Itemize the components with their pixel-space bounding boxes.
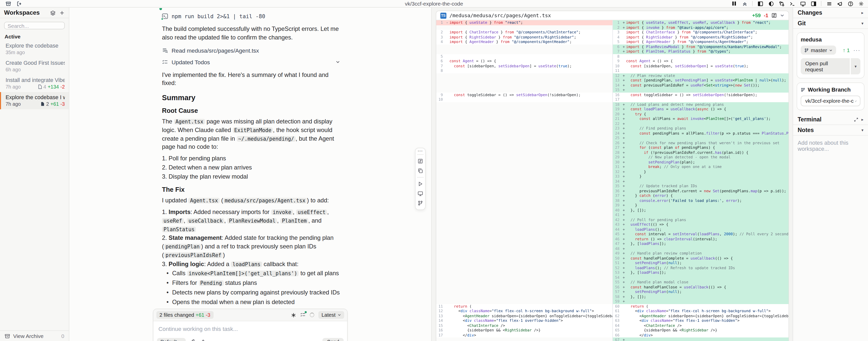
git-label: Git: [798, 20, 858, 26]
attach-icon[interactable]: [190, 339, 196, 341]
spark-icon[interactable]: [291, 312, 296, 317]
help-icon[interactable]: [847, 1, 853, 7]
settings-gear-icon[interactable]: [858, 1, 864, 7]
diff-row: [436, 251, 612, 256]
diff-code: {sidebarOpen && <RightSidebar />}: [450, 328, 612, 333]
megaphone-icon[interactable]: [837, 1, 843, 7]
diff-row: 12+ // Plan review state: [613, 73, 788, 78]
section-terminal[interactable]: Terminal ▸: [793, 114, 868, 125]
diff-line-number: 5: [436, 54, 445, 59]
panel-right-icon[interactable]: [810, 1, 816, 7]
drag-handle[interactable]: •••: [418, 150, 423, 153]
diff-line-number: 42: [613, 217, 622, 222]
diff-marker: +: [622, 44, 626, 49]
monitor-icon[interactable]: [417, 190, 424, 197]
git-menu-icon[interactable]: ···: [853, 47, 860, 53]
diff-line-number: 4: [436, 39, 445, 44]
diff-row: [436, 49, 612, 54]
pause-icon[interactable]: [731, 1, 737, 7]
diff-row: [436, 121, 612, 126]
diff-code: [450, 337, 612, 341]
diff-row: [436, 44, 612, 49]
diff-marker: [445, 131, 450, 135]
git-compare-icon[interactable]: [778, 1, 784, 7]
diff-row: 4import { AgentHeader } from "@/componen…: [436, 39, 612, 44]
monitor-icon[interactable]: [800, 1, 806, 7]
diff-code: const [sidebarOpen, setSidebarOpen] = us…: [450, 63, 612, 68]
model-dropdown[interactable]: Default: [157, 338, 186, 341]
diff-marker: +: [622, 49, 626, 54]
terminal-icon[interactable]: [789, 1, 795, 7]
list-item: 1. Poll for pending plans: [162, 154, 340, 163]
diff-line-number: 47: [613, 241, 622, 246]
copy-icon[interactable]: [417, 167, 424, 174]
inline-code: ~/.medusa/pending/: [237, 136, 296, 142]
theme-icon[interactable]: [768, 1, 774, 7]
chevron-down-icon[interactable]: [336, 60, 340, 64]
diff-code: [450, 237, 612, 241]
diff-line-number: [436, 179, 445, 184]
working-branch-input[interactable]: [804, 98, 855, 104]
pr-dropdown-icon[interactable]: ▾: [851, 58, 860, 74]
diff-code: [450, 131, 612, 135]
expand-icon[interactable]: [854, 117, 858, 122]
todos-icon[interactable]: [300, 312, 306, 318]
diff-code: [450, 54, 612, 59]
command-row[interactable]: npm run build 2>&1 | tail -80: [162, 13, 340, 19]
diff-line-number: [436, 285, 445, 289]
diff-marker: [622, 54, 626, 59]
open-pr-button[interactable]: Open pull request: [801, 58, 850, 74]
files-changed-chip[interactable]: 2 files changed +61 -3: [156, 311, 213, 319]
diff-code: [626, 179, 788, 184]
diff-marker: [622, 92, 626, 97]
branch-dropdown[interactable]: master: [801, 45, 836, 55]
chevrons-up-icon[interactable]: [741, 1, 748, 7]
collapse-file-icon[interactable]: [780, 13, 784, 18]
add-workspace-icon[interactable]: [59, 10, 65, 16]
diff-marker: [622, 304, 626, 309]
diff-marker: [445, 141, 450, 145]
status-dot: [159, 8, 162, 10]
latest-dropdown[interactable]: Latest: [318, 311, 344, 319]
section-changes[interactable]: Changes ▸: [793, 8, 868, 18]
diff-code: [450, 285, 612, 289]
diff-file-header: TS /medusa/medusa/src/pages/Agent.tsx +5…: [436, 11, 788, 20]
panel-left-icon[interactable]: [757, 1, 763, 7]
workspace-item[interactable]: Create Good First Issues on Github So p …: [0, 58, 69, 75]
git-branch-icon[interactable]: [417, 200, 424, 207]
diff-marker: [445, 126, 450, 131]
diff-row: 24+ const pendingPlans = allPlans.filter…: [613, 131, 788, 135]
diff-code: [450, 141, 612, 145]
section-git[interactable]: Git ▾: [793, 18, 868, 29]
diff-code: const handlePlanClose = useCallback(() =…: [626, 285, 788, 289]
search-input[interactable]: [4, 22, 65, 29]
inline-code: pendingPlan: [164, 244, 201, 249]
tool-call-row[interactable]: Updated Todos: [162, 59, 340, 65]
diff-row: [436, 83, 612, 88]
diff-code: import { AgentHeader } from "@/component…: [626, 39, 788, 44]
diff-row: 10 const [sidebarOpen, setSidebarOpen] =…: [613, 63, 788, 68]
hide-whitespace-icon[interactable]: [417, 158, 424, 164]
send-button[interactable]: Send: [322, 338, 344, 341]
section-notes[interactable]: Notes ▾: [793, 125, 868, 135]
play-icon[interactable]: [417, 181, 424, 187]
inline-code: invoke: [271, 210, 293, 215]
diff-code: [450, 160, 612, 164]
notes-input[interactable]: Add notes about this workspace...: [793, 135, 868, 156]
diff-marker: +: [622, 188, 626, 193]
diff-line-number: [436, 246, 445, 251]
list-item: 2. Detect when a new plan arrives: [162, 163, 340, 172]
message-input[interactable]: [157, 325, 343, 336]
hide-whitespace-icon[interactable]: [771, 13, 777, 18]
pen-icon[interactable]: [200, 339, 205, 341]
layers-icon[interactable]: [50, 10, 56, 16]
tool-call-row[interactable]: Read medusa/src/pages/Agent.tsx: [162, 47, 340, 53]
terminal-icon: [162, 13, 168, 19]
workspace-item-selected[interactable]: Explore the codebase I want you to exp 7…: [0, 92, 69, 109]
diff-code: [450, 44, 612, 49]
workspace-item[interactable]: Install and integrate Vibe Kanban Web C …: [0, 75, 69, 92]
edit-pencil-icon: [855, 98, 857, 103]
workspace-item[interactable]: Explore the codebase 35m ago: [0, 40, 69, 58]
menu-icon[interactable]: [826, 1, 832, 7]
view-archive-button[interactable]: View Archive 0: [0, 330, 69, 341]
